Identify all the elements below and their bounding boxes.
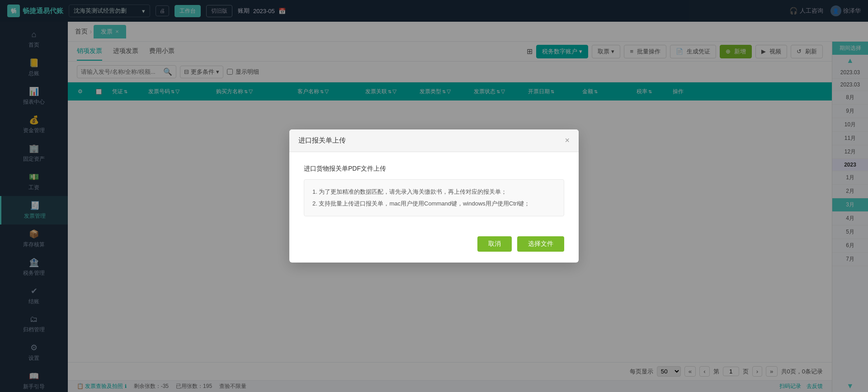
modal-cancel-button[interactable]: 取消 bbox=[477, 236, 512, 252]
modal-section-title: 进口货物报关单PDF文件上传 bbox=[304, 165, 564, 173]
modal-overlay: 进口报关单上传 × 进口货物报关单PDF文件上传 1. 为了更加精准的数据匹配，… bbox=[0, 0, 868, 392]
modal-title: 进口报关单上传 bbox=[298, 136, 346, 145]
modal-footer: 取消 选择文件 bbox=[289, 229, 579, 263]
modal-tip-1: 1. 为了更加精准的数据匹配，请先录入海关缴款书，再上传对应的报关单； bbox=[312, 186, 556, 198]
modal-info-box: 1. 为了更加精准的数据匹配，请先录入海关缴款书，再上传对应的报关单； 2. 支… bbox=[304, 179, 564, 216]
modal-close-button[interactable]: × bbox=[565, 136, 570, 145]
modal-select-file-button[interactable]: 选择文件 bbox=[517, 236, 564, 252]
modal-header: 进口报关单上传 × bbox=[289, 129, 579, 152]
modal-body: 进口货物报关单PDF文件上传 1. 为了更加精准的数据匹配，请先录入海关缴款书，… bbox=[289, 152, 579, 229]
modal-tip-2: 2. 支持批量上传进口报关单，mac用户使用Command键，windows用户… bbox=[312, 198, 556, 210]
import-customs-modal: 进口报关单上传 × 进口货物报关单PDF文件上传 1. 为了更加精准的数据匹配，… bbox=[289, 129, 579, 263]
